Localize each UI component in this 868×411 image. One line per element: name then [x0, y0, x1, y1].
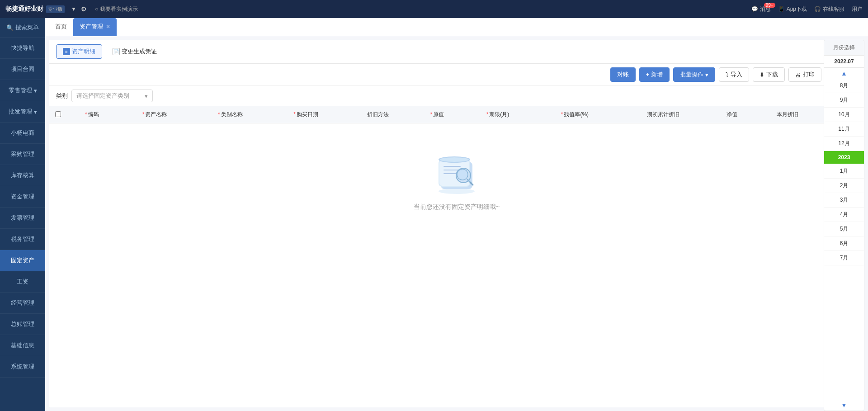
- svg-point-0: [439, 189, 475, 194]
- select-all-checkbox[interactable]: [55, 111, 61, 117]
- add-button[interactable]: + 新增: [639, 67, 670, 82]
- month-item-2023-1[interactable]: 1月: [824, 164, 864, 179]
- sidebar-item-payroll[interactable]: 工资: [0, 271, 45, 293]
- month-item-2023-3[interactable]: 3月: [824, 193, 864, 208]
- sidebar-label-tax: 税务管理: [11, 235, 34, 243]
- download-label: 下载: [766, 71, 778, 79]
- table-header-row: *编码 *资产名称 *类别名称 *购买日期 折旧方法 *原值 *期限(月) *残…: [49, 106, 864, 123]
- print-button[interactable]: 🖨 打印: [788, 67, 821, 82]
- sidebar-item-fixed-assets[interactable]: 固定资产: [0, 250, 45, 271]
- batch-arrow-down-icon: ▾: [705, 71, 708, 78]
- month-item-2023-4[interactable]: 4月: [824, 208, 864, 222]
- sidebar-label-invoice: 发票管理: [11, 214, 34, 222]
- sidebar-item-invoice-mgmt[interactable]: 发票管理: [0, 208, 45, 229]
- download-button[interactable]: ⬇ 下载: [753, 67, 785, 82]
- sidebar-item-sys-mgmt[interactable]: 系统管理: [0, 356, 45, 378]
- sidebar-item-retail-mgmt[interactable]: 零售管理 ▾: [0, 80, 45, 101]
- app-edition: 专业版: [46, 5, 65, 13]
- header-asset-name: *资产名称: [117, 106, 192, 123]
- content-area: 首页 资产管理 ✕ ≡ 资产明细 📄 变更生成凭证: [45, 18, 868, 411]
- year-2023-badge[interactable]: 2023: [824, 151, 864, 164]
- sidebar-item-purchase-mgmt[interactable]: 采购管理: [0, 144, 45, 165]
- online-service-button[interactable]: 🎧 在线客服: [814, 5, 844, 13]
- header-purchase-date: *购买日期: [268, 106, 344, 123]
- sidebar-label-search: 搜索菜单: [15, 24, 39, 32]
- app-download-button[interactable]: 📱 App下载: [778, 5, 807, 13]
- print-icon: 🖨: [795, 71, 801, 78]
- sidebar-item-project-contract[interactable]: 项目合同: [0, 59, 45, 80]
- reconcile-button[interactable]: 对账: [610, 67, 636, 82]
- month-item-11[interactable]: 11月: [824, 122, 864, 137]
- category-placeholder: 请选择固定资产类别: [76, 92, 129, 100]
- sidebar: 🔍 搜索菜单 快捷导航 项目合同 零售管理 ▾ 批发管理 ▾ 小畅电商 采购管理…: [0, 18, 45, 411]
- month-item-2023-6[interactable]: 6月: [824, 236, 864, 251]
- sidebar-item-small-shop[interactable]: 小畅电商: [0, 123, 45, 144]
- sidebar-label-shop: 小畅电商: [11, 129, 34, 137]
- reconcile-label: 对账: [617, 71, 629, 79]
- sub-tab-change-voucher[interactable]: 📄 变更生成凭证: [106, 44, 164, 59]
- sidebar-item-quick-nav[interactable]: 快捷导航: [0, 38, 45, 59]
- current-year-month: 2022.07: [834, 58, 854, 65]
- settings-icon[interactable]: ⚙: [81, 5, 87, 13]
- header-residual-rate: *残值率(%): [533, 106, 616, 123]
- sidebar-item-ops-mgmt[interactable]: 经营管理: [0, 293, 45, 314]
- filter-dropdown-icon: ▾: [145, 93, 148, 99]
- phone-icon: 📱: [778, 6, 785, 12]
- download-icon: ⬇: [760, 71, 764, 78]
- sidebar-label-ops: 经营管理: [11, 299, 34, 307]
- header-category: *类别名称: [193, 106, 268, 123]
- month-item-12[interactable]: 12月: [824, 137, 864, 151]
- sidebar-item-batch-mgmt[interactable]: 批发管理 ▾: [0, 101, 45, 123]
- svg-point-8: [440, 157, 469, 162]
- filter-row: 类别 请选择固定资产类别 ▾: [49, 86, 864, 106]
- message-button[interactable]: 💬 消息 99+: [751, 5, 771, 13]
- user-label: 用户: [852, 6, 863, 12]
- header-period: *期限(月): [462, 106, 533, 123]
- tab-asset-mgmt[interactable]: 资产管理 ✕: [73, 18, 117, 36]
- batch-ops-button[interactable]: 批量操作 ▾: [673, 67, 715, 82]
- month-nav-down-button[interactable]: ▼: [824, 400, 864, 411]
- online-service-label: 在线客服: [823, 5, 844, 13]
- tab-close-icon[interactable]: ✕: [106, 24, 110, 30]
- sidebar-item-inventory[interactable]: 库存核算: [0, 165, 45, 186]
- month-list: 8月 9月 10月 11月 12月 2023: [824, 79, 864, 400]
- header-net-value: 净值: [710, 106, 753, 123]
- sub-tab-detail-label: 资产明细: [72, 47, 95, 56]
- sidebar-item-tax-mgmt[interactable]: 税务管理: [0, 229, 45, 250]
- list-icon: ≡: [63, 48, 70, 55]
- tab-home[interactable]: 首页: [49, 18, 73, 36]
- sidebar-item-general-ledger[interactable]: 总账管理: [0, 314, 45, 335]
- month-item-10[interactable]: 10月: [824, 108, 864, 122]
- search-icon: 🔍: [6, 24, 14, 31]
- demo-link[interactable]: ○ 我要看实例演示: [95, 5, 138, 13]
- month-nav-up-button[interactable]: ▲: [824, 68, 864, 79]
- doc-icon: 📄: [113, 48, 120, 55]
- header-checkbox[interactable]: [49, 106, 67, 123]
- app-download-label: App下载: [787, 5, 807, 13]
- import-button[interactable]: ⤵ 导入: [719, 67, 749, 82]
- month-panel-title: 月份选择: [833, 44, 855, 51]
- user-menu[interactable]: 用户: [852, 5, 863, 13]
- header-depreciation-method: 折旧方法: [344, 106, 412, 123]
- sidebar-label-retail: 零售管理: [9, 86, 32, 94]
- month-item-9[interactable]: 9月: [824, 93, 864, 108]
- category-filter-label: 类别: [56, 92, 68, 100]
- month-item-2023-2[interactable]: 2月: [824, 179, 864, 193]
- sidebar-item-basic-info[interactable]: 基础信息: [0, 335, 45, 356]
- sidebar-item-fund-mgmt[interactable]: 资金管理: [0, 186, 45, 208]
- empty-illustration: [429, 151, 484, 196]
- app-name: 畅捷通好业财: [5, 5, 43, 13]
- add-label: + 新增: [646, 71, 663, 79]
- sub-tab-asset-detail[interactable]: ≡ 资产明细: [56, 44, 102, 59]
- page-content: ≡ 资产明细 📄 变更生成凭证 对账 + 新增: [45, 36, 868, 411]
- month-item-2023-5[interactable]: 5月: [824, 222, 864, 236]
- month-item-2023-7[interactable]: 7月: [824, 251, 864, 265]
- sidebar-item-search-menu[interactable]: 🔍 搜索菜单: [0, 18, 45, 38]
- tab-home-label: 首页: [55, 23, 67, 31]
- sidebar-label-payroll: 工资: [17, 278, 28, 286]
- demo-circle-icon: ○: [95, 6, 98, 12]
- sub-tab-voucher-label: 变更生成凭证: [122, 47, 157, 56]
- company-dropdown[interactable]: ▼: [71, 6, 76, 12]
- category-filter-select[interactable]: 请选择固定资产类别 ▾: [71, 90, 153, 102]
- month-item-8[interactable]: 8月: [824, 79, 864, 93]
